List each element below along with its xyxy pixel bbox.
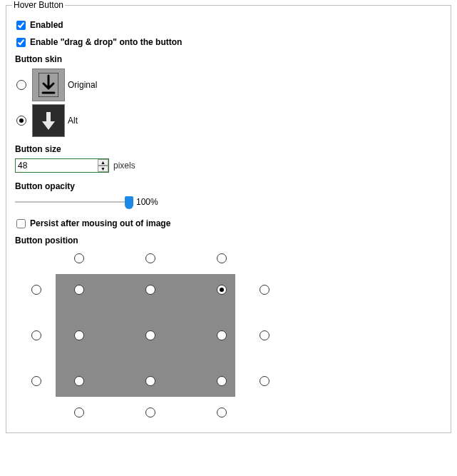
position-radio-r2-c4[interactable] xyxy=(260,330,269,340)
position-radio-r3-c1[interactable] xyxy=(74,376,84,386)
arrow-down-icon xyxy=(40,110,57,131)
skin-original-radio[interactable] xyxy=(16,80,26,90)
position-radio-r0-c3[interactable] xyxy=(217,253,227,263)
position-radio-r4-c1[interactable] xyxy=(74,407,84,417)
position-radio-r1-c2[interactable] xyxy=(145,285,155,295)
position-grid xyxy=(22,250,265,421)
drag-drop-label: Enable "drag & drop" onto the button xyxy=(30,37,182,47)
position-radio-r0-c2[interactable] xyxy=(145,253,155,263)
stepper-up-button[interactable]: ▲ xyxy=(98,159,108,166)
position-radio-r2-c0[interactable] xyxy=(31,330,41,340)
button-size-input[interactable] xyxy=(15,158,109,173)
skin-alt-preview xyxy=(32,104,65,137)
position-radio-r4-c2[interactable] xyxy=(145,407,155,417)
position-radio-r3-c4[interactable] xyxy=(260,376,269,386)
arrow-down-icon xyxy=(38,73,58,97)
persist-label: Persist after mousing out of image xyxy=(30,218,170,228)
opacity-slider-thumb[interactable] xyxy=(125,196,133,209)
stepper-down-button[interactable]: ▼ xyxy=(98,166,108,172)
position-radio-r2-c2[interactable] xyxy=(145,330,155,340)
enabled-checkbox[interactable] xyxy=(16,21,26,30)
position-radio-r2-c1[interactable] xyxy=(74,330,84,340)
position-radio-r3-c0[interactable] xyxy=(31,376,41,386)
opacity-slider[interactable] xyxy=(15,196,129,208)
button-opacity-heading: Button opacity xyxy=(15,181,445,191)
drag-drop-checkbox[interactable] xyxy=(16,38,26,47)
position-radio-r3-c2[interactable] xyxy=(145,376,155,386)
button-size-stepper[interactable]: ▲ ▼ xyxy=(15,158,109,173)
button-size-unit: pixels xyxy=(113,161,135,171)
button-size-heading: Button size xyxy=(15,144,445,154)
hover-button-group: Hover Button Enabled Enable "drag & drop… xyxy=(6,0,451,433)
position-radio-r1-c3[interactable] xyxy=(217,285,227,295)
group-legend: Hover Button xyxy=(12,0,65,10)
enabled-label: Enabled xyxy=(30,20,63,30)
skin-alt-label: Alt xyxy=(68,116,78,126)
position-radio-r0-c1[interactable] xyxy=(74,253,84,263)
position-radio-r3-c3[interactable] xyxy=(217,376,227,386)
skin-alt-radio[interactable] xyxy=(16,116,26,126)
skin-original-preview xyxy=(32,69,65,101)
button-skin-heading: Button skin xyxy=(15,54,445,64)
skin-original-label: Original xyxy=(68,80,97,90)
position-radio-r1-c0[interactable] xyxy=(31,285,41,295)
position-radio-r1-c4[interactable] xyxy=(260,285,269,295)
position-radio-r2-c3[interactable] xyxy=(217,330,227,340)
position-radio-r4-c3[interactable] xyxy=(217,407,227,417)
button-position-heading: Button position xyxy=(15,236,445,245)
position-radio-r1-c1[interactable] xyxy=(74,285,84,295)
opacity-value-label: 100% xyxy=(136,197,158,207)
persist-checkbox[interactable] xyxy=(16,219,26,228)
